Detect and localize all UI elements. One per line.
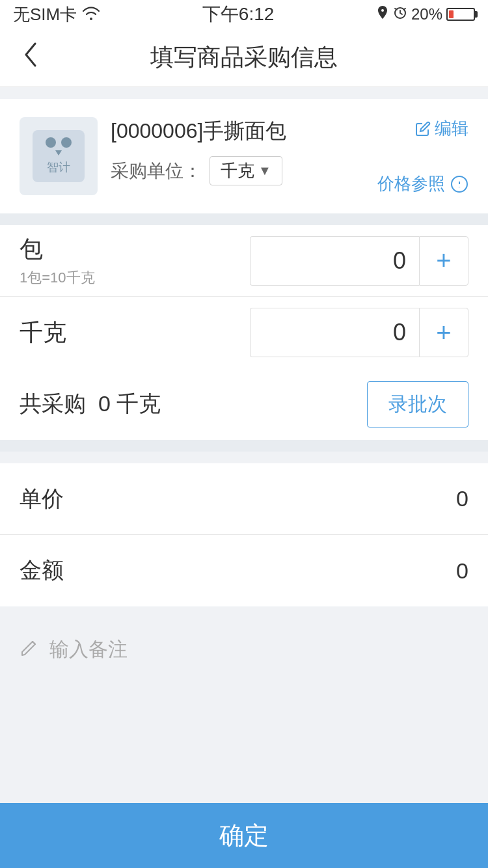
product-card: 智计 [0000006]手撕面包 采购单位： 千克 ▼ 编辑 价格参照 [0, 99, 488, 213]
amount-label: 金额 [20, 556, 64, 586]
unit-label: 采购单位： [111, 159, 202, 183]
kg-input-field[interactable]: 0 [250, 308, 419, 357]
divider-2 [0, 440, 488, 452]
product-image: 智计 [20, 117, 98, 195]
pack-input-section: 包 1包=10千克 0 + 千克 0 + [0, 225, 488, 368]
record-batch-button[interactable]: 录批次 [367, 381, 468, 427]
carrier-label: 无SIM卡 [13, 3, 77, 26]
edit-button[interactable]: 编辑 [415, 117, 468, 140]
wifi-icon [82, 5, 100, 25]
location-icon [376, 5, 389, 23]
back-button[interactable] [16, 34, 44, 81]
page-title: 填写商品采购信息 [150, 42, 338, 74]
unit-select[interactable]: 千克 ▼ [210, 156, 282, 185]
amount-row: 金额 0 [0, 535, 488, 606]
nav-bar: 填写商品采购信息 [0, 29, 488, 87]
battery-percent: 20% [411, 5, 442, 23]
remark-section[interactable]: 输入备注 [0, 618, 488, 681]
status-bar-time: 下午6:12 [202, 2, 275, 27]
pack-input-row: 包 1包=10千克 0 + [0, 225, 488, 297]
alarm-icon [393, 5, 407, 23]
status-bar-left: 无SIM卡 [13, 3, 100, 26]
chevron-down-icon: ▼ [258, 163, 271, 178]
pack-input-field[interactable]: 0 [250, 236, 419, 286]
price-row: 单价 0 [0, 463, 488, 535]
product-logo: 智计 [33, 130, 85, 182]
amount-value: 0 [456, 558, 468, 584]
kg-input-row: 千克 0 + [0, 297, 488, 368]
pack-label: 包 1包=10千克 [20, 234, 98, 288]
status-bar-right: 20% [376, 5, 475, 23]
price-ref-button[interactable]: 价格参照 [377, 172, 468, 195]
kg-label: 千克 [20, 317, 98, 349]
remark-input[interactable]: 输入备注 [49, 636, 128, 663]
price-value: 0 [456, 486, 468, 511]
divider-1 [0, 213, 488, 225]
pencil-icon [20, 638, 39, 662]
confirm-button[interactable]: 确定 [0, 803, 488, 868]
battery-icon [446, 8, 475, 21]
price-section: 单价 0 金额 0 [0, 463, 488, 606]
total-section: 共采购 0 千克 录批次 [0, 368, 488, 440]
price-label: 单价 [20, 484, 64, 514]
status-bar: 无SIM卡 下午6:12 20% [0, 0, 488, 29]
pack-plus-button[interactable]: + [419, 236, 468, 286]
unit-value: 千克 [221, 159, 254, 182]
kg-plus-button[interactable]: + [419, 308, 468, 357]
total-text: 共采购 0 千克 [20, 389, 161, 419]
